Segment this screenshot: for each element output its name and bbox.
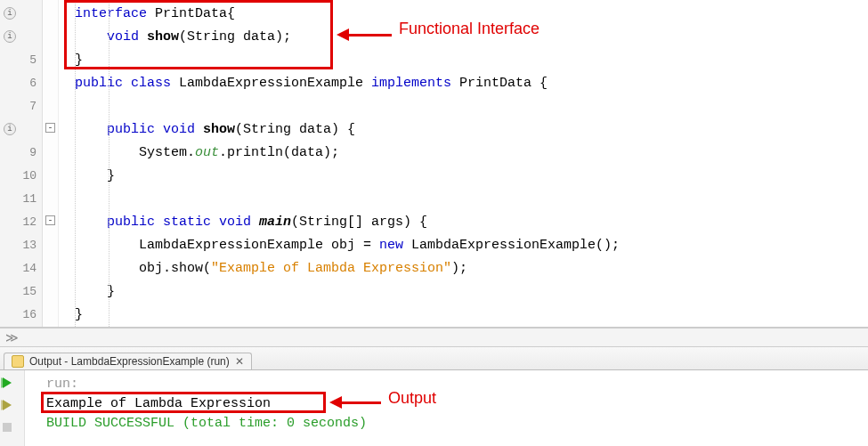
svg-rect-0 bbox=[3, 423, 12, 432]
line-number: 11 bbox=[22, 192, 37, 206]
output-text[interactable]: run: Example of Lambda Expression BUILD … bbox=[25, 370, 868, 446]
breadcrumb-bar: ≫ bbox=[0, 328, 868, 347]
annotation-arrow bbox=[337, 28, 392, 41]
override-icon: i bbox=[4, 123, 16, 135]
output-line-result: Example of Lambda Expression bbox=[46, 393, 868, 413]
fold-gutter: - - bbox=[43, 0, 59, 327]
chevrons-icon[interactable]: ≫ bbox=[5, 330, 19, 345]
line-number: 10 bbox=[22, 169, 37, 182]
annotation-label-functional-interface: Functional Interface bbox=[399, 20, 539, 38]
line-number-gutter: i i 5 6 7 i 9 10 11 12 13 14 15 16 bbox=[0, 0, 43, 327]
fold-toggle[interactable]: - bbox=[45, 123, 55, 133]
stop-icon[interactable] bbox=[0, 420, 14, 434]
override-icon: i bbox=[4, 30, 16, 43]
output-tabbar: Output - LambdaExpressionExample (run) ✕ bbox=[0, 347, 868, 370]
line-number: 6 bbox=[29, 77, 37, 90]
line-number: 16 bbox=[22, 308, 37, 321]
line-number: 5 bbox=[29, 53, 37, 67]
output-panel: run: Example of Lambda Expression BUILD … bbox=[0, 370, 868, 446]
close-icon[interactable]: ✕ bbox=[235, 355, 244, 368]
rerun-icon[interactable] bbox=[0, 398, 14, 412]
line-number: 12 bbox=[22, 215, 37, 229]
annotation-arrow bbox=[329, 396, 381, 409]
line-number: 13 bbox=[22, 239, 37, 252]
output-tab[interactable]: Output - LambdaExpressionExample (run) ✕ bbox=[4, 353, 252, 369]
output-tab-title: Output - LambdaExpressionExample (run) bbox=[29, 355, 230, 368]
line-number: 14 bbox=[22, 262, 37, 275]
line-number: 9 bbox=[29, 146, 37, 159]
code-editor: i i 5 6 7 i 9 10 11 12 13 14 15 16 - - i… bbox=[0, 0, 868, 328]
output-line-build: BUILD SUCCESSFUL (total time: 0 seconds) bbox=[46, 413, 868, 433]
code-area[interactable]: interface PrintData{ void show(String da… bbox=[59, 0, 868, 327]
line-number: 15 bbox=[22, 285, 37, 298]
override-icon: i bbox=[4, 7, 16, 20]
annotation-label-output: Output bbox=[388, 389, 436, 408]
line-number: 7 bbox=[29, 100, 37, 113]
output-line-run: run: bbox=[46, 374, 868, 393]
output-tab-icon bbox=[12, 355, 24, 368]
run-icon[interactable] bbox=[0, 376, 14, 390]
output-gutter bbox=[0, 370, 25, 446]
fold-toggle[interactable]: - bbox=[45, 215, 55, 225]
